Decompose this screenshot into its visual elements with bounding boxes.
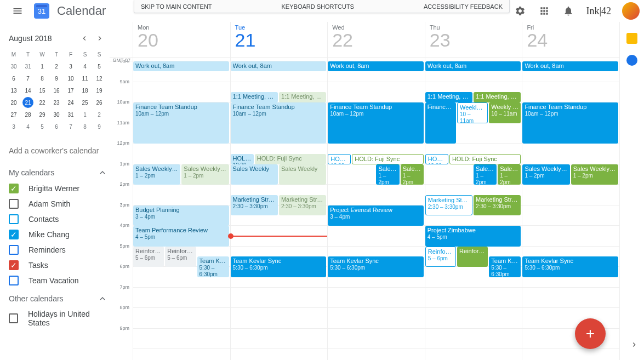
day-header[interactable]: Thu23 — [425, 22, 522, 57]
app-logo[interactable]: 31 — [31, 0, 53, 22]
mini-cal-day[interactable]: 2 — [49, 60, 64, 72]
mini-cal-day[interactable]: 15 — [35, 84, 49, 96]
calendar-event[interactable]: 1:1 Meeting, 9:30am — [279, 92, 326, 102]
day-header[interactable]: Fri24 — [522, 22, 619, 57]
calendar-event[interactable]: Reinforcement Learning5 – 6pm — [133, 247, 164, 267]
mini-cal-day[interactable]: 30 — [49, 108, 64, 121]
calendar-event[interactable]: Team Kevlar Sync5:30 – 6:30pm — [328, 256, 424, 277]
mini-cal-day[interactable]: 27 — [7, 108, 21, 121]
mini-cal-day[interactable]: 13 — [7, 84, 21, 96]
calendar-event[interactable]: Weekly Checkin10 – 11am — [457, 102, 488, 123]
calendar-event[interactable]: Work out, 8am — [425, 61, 521, 71]
mini-cal-day[interactable]: 30 — [7, 60, 21, 72]
calendar-item[interactable]: Tasks — [7, 258, 110, 273]
calendar-event[interactable]: Project Zimbabwe4 – 5pm — [425, 226, 521, 247]
calendar-event[interactable]: Budget Planning3 – 4pm — [133, 205, 229, 226]
mini-cal-day[interactable]: 10 — [64, 72, 78, 84]
calendar-item[interactable]: Brigitta Werner — [7, 181, 110, 196]
user-avatar[interactable] — [622, 2, 640, 20]
calendar-checkbox[interactable] — [9, 313, 18, 323]
mini-cal-day[interactable]: 1 — [35, 60, 49, 72]
calendar-event[interactable]: Weekly Checkin10 – 11am — [489, 102, 521, 123]
calendar-item[interactable]: Adam Smith — [7, 196, 110, 212]
day-column[interactable]: Work out, 8am1:1 Meeting, 9:30am1:1 Meet… — [230, 61, 328, 360]
calendar-event[interactable]: HOLD: Fuji Sync12:30 – 1pm — [231, 154, 254, 164]
calendar-item[interactable]: Mike Chang — [7, 227, 110, 242]
calendar-event[interactable]: Work out, 8am — [133, 61, 229, 71]
settings-button[interactable] — [509, 0, 531, 22]
mini-cal-day[interactable]: 23 — [49, 96, 64, 108]
calendar-event[interactable]: HOLD: Fuji Sync — [449, 154, 521, 164]
time-grid[interactable]: 8am9am10am11am12pm1pm2pm3pm4pm5pm6pm7pm8… — [110, 61, 619, 360]
calendar-checkbox[interactable] — [9, 214, 19, 224]
mini-cal-day[interactable]: 2 — [92, 108, 106, 121]
calendar-event[interactable]: Work out, 8am — [328, 61, 424, 71]
mini-cal-day[interactable]: 22 — [35, 96, 49, 108]
mini-cal-day[interactable]: 4 — [21, 121, 35, 133]
calendar-checkbox[interactable] — [9, 245, 19, 255]
main-menu-button[interactable] — [4, 0, 31, 24]
calendar-event[interactable]: Finance Team Standup10am – 12pm — [231, 102, 327, 144]
calendar-checkbox[interactable] — [9, 260, 19, 270]
calendar-event[interactable]: 1:1 Meeting, 9:30am — [231, 92, 278, 102]
mini-cal-day[interactable]: 28 — [21, 108, 35, 121]
calendar-event[interactable]: Finance Team Standup10am – 12pm — [328, 102, 424, 144]
mini-cal-day[interactable]: 8 — [78, 121, 92, 133]
day-header[interactable]: Wed22 — [327, 22, 425, 57]
mini-cal-day[interactable]: 5 — [35, 121, 49, 133]
mini-cal-day[interactable]: 21 — [21, 96, 35, 108]
day-column[interactable]: Work out, 8am1:1 Meeting, 9:30am1:1 Meet… — [425, 61, 522, 360]
calendar-event[interactable]: Finance Team Standup10am – 12pm — [133, 102, 229, 144]
mini-cal-day[interactable]: 3 — [7, 121, 21, 133]
calendar-event[interactable]: Sales Weekly Kickoff1 – 2pm — [133, 164, 180, 185]
mini-cal-day[interactable]: 31 — [21, 60, 35, 72]
mini-cal-day[interactable]: 6 — [49, 121, 64, 133]
calendar-event[interactable]: Sales Weekly — [279, 164, 326, 185]
calendar-event[interactable]: Reinforcement Learning5 – 6pm — [425, 247, 456, 267]
calendar-checkbox[interactable] — [9, 276, 19, 285]
mini-cal-day[interactable]: 8 — [35, 72, 49, 84]
calendar-event[interactable]: Marketing Strategy2:30 – 3:30pm — [279, 195, 326, 216]
mini-cal-day[interactable]: 26 — [92, 96, 106, 108]
mini-cal-day[interactable]: 24 — [64, 96, 78, 108]
skip-link[interactable]: SKIP TO MAIN CONTENT — [141, 3, 212, 10]
calendar-event[interactable]: Work out, 8am — [522, 61, 618, 71]
add-calendar-button[interactable]: + — [105, 144, 110, 158]
calendar-event[interactable]: 1:1 Meeting, 9:30am — [425, 92, 472, 102]
calendar-event[interactable]: Sales Weekly1 – 2pm — [401, 164, 424, 185]
mini-cal-day[interactable]: 31 — [64, 108, 78, 121]
my-calendars-header[interactable]: My calendars — [7, 162, 110, 181]
mini-cal-day[interactable]: 25 — [78, 96, 92, 108]
day-column[interactable]: Work out, 8amFinance Team Standup10am – … — [522, 61, 619, 360]
calendar-event[interactable]: Sales Weekly1 – 2pm — [474, 164, 497, 185]
tasks-icon[interactable] — [626, 55, 637, 66]
mini-cal-day[interactable]: 1 — [78, 108, 92, 121]
mini-cal-day[interactable]: 11 — [78, 72, 92, 84]
calendar-event[interactable]: Sales Weekly Kickoff1 – 2pm — [571, 164, 618, 185]
mini-cal-day[interactable]: 17 — [64, 84, 78, 96]
calendar-item[interactable]: Holidays in United States — [7, 307, 110, 330]
mini-cal-day[interactable]: 20 — [7, 96, 21, 108]
prev-month-button[interactable] — [77, 31, 92, 46]
mini-cal-day[interactable]: 16 — [49, 84, 64, 96]
calendar-event[interactable]: HOLD: Fuji Sync — [255, 154, 326, 164]
mini-cal-day[interactable]: 7 — [64, 121, 78, 133]
mini-cal-day[interactable]: 18 — [78, 84, 92, 96]
calendar-checkbox[interactable] — [9, 230, 19, 239]
mini-cal-day[interactable]: 9 — [92, 121, 106, 133]
calendar-event[interactable]: Marketing Strategy2:30 – 3:30pm — [425, 195, 472, 216]
calendar-event[interactable]: Work out, 8am — [231, 61, 327, 71]
expand-side-panel-button[interactable] — [630, 340, 639, 349]
calendar-event[interactable]: Finance Team Standup10am – 12pm — [522, 102, 618, 144]
calendar-event[interactable]: HOLD: Fuji Sync — [352, 154, 423, 164]
mini-cal-day[interactable]: 3 — [64, 60, 78, 72]
calendar-checkbox[interactable] — [9, 184, 19, 193]
create-event-button[interactable]: + — [575, 318, 606, 349]
notifications-button[interactable] — [557, 0, 579, 22]
calendar-item[interactable]: Team Vacation — [7, 273, 110, 288]
apps-button[interactable] — [533, 0, 555, 22]
calendar-event[interactable]: Reinforcement Learning — [457, 247, 488, 267]
day-header[interactable]: Mon20 — [133, 22, 230, 57]
calendar-event[interactable]: Team Kevlar Sync5:30 – 6:30pm — [231, 256, 327, 277]
calendar-event[interactable]: Reinforcement Learning5 – 6pm — [165, 247, 196, 267]
